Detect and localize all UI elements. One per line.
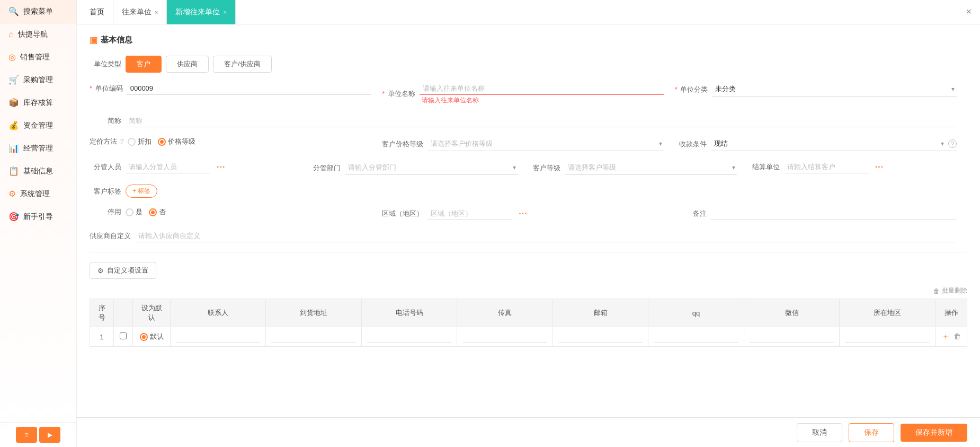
email-input[interactable] xyxy=(558,330,643,343)
save-new-button[interactable]: 保存并新增 xyxy=(901,424,967,442)
search-icon: 🔍 xyxy=(8,6,19,16)
th-wechat: 微信 xyxy=(744,299,839,327)
sales-icon: ◎ xyxy=(8,52,16,62)
row-default-radio[interactable]: 默认 xyxy=(138,332,165,341)
custom-settings-btn[interactable]: ⚙ 自定义项设置 xyxy=(90,262,156,279)
customer-level-placeholder: 请选择客户等级 xyxy=(565,161,732,174)
form-footer: 取消 保存 保存并新增 xyxy=(77,417,980,447)
customer-price-level-field: 客户价格等级 请选择客户价格等级 ▾ xyxy=(382,137,674,151)
pricing-question-icon[interactable]: ? xyxy=(120,138,124,145)
manager-input[interactable] xyxy=(126,161,210,173)
tab-partners-close[interactable]: × xyxy=(155,9,158,15)
sidebar-label: 经营管理 xyxy=(23,144,53,153)
cancel-button[interactable]: 取消 xyxy=(797,423,842,442)
tab-home[interactable]: 首页 xyxy=(81,0,113,24)
row-checkbox-input[interactable] xyxy=(120,332,127,339)
address-input[interactable] xyxy=(271,330,355,343)
add-row-icon[interactable]: ＋ xyxy=(942,332,949,341)
row-phone[interactable] xyxy=(361,327,457,347)
sidebar-item-basic-info[interactable]: 📋 基础信息 xyxy=(0,160,76,182)
settlement-unit-dots-btn[interactable]: ··· xyxy=(873,162,886,172)
unit-category-select[interactable]: 未分类 ▾ xyxy=(712,82,957,97)
payment-terms-field: 收款条件 现结 ▾ ? xyxy=(675,137,967,151)
unit-name-error: 请输入往来单位名称 xyxy=(422,96,664,105)
radio-no xyxy=(149,208,157,216)
payment-terms-select[interactable]: 现结 ▾ ? xyxy=(711,137,957,151)
row-checkbox[interactable] xyxy=(114,327,133,347)
inventory-icon: 📦 xyxy=(8,98,19,108)
row-wechat[interactable] xyxy=(744,327,839,347)
region-field: 区域（地区） ··· xyxy=(382,207,674,220)
tab-new-partner[interactable]: 新增往来单位 × xyxy=(167,0,235,24)
disabled-region-row: 停用 是 否 区域（地区） ··· xyxy=(90,207,967,220)
section-divider xyxy=(90,252,967,252)
customer-price-level-select[interactable]: 请选择客户价格等级 ▾ xyxy=(427,137,664,151)
tab-new-partner-close[interactable]: × xyxy=(223,9,226,15)
add-tag-btn[interactable]: + 标签 xyxy=(126,185,157,198)
unit-code-input[interactable] xyxy=(127,82,372,95)
th-no: 序号 xyxy=(90,299,114,327)
unit-name-input[interactable] xyxy=(420,82,664,95)
region-input[interactable] xyxy=(427,207,512,220)
sidebar-item-quick-nav[interactable]: ⌂ 快捷导航 xyxy=(0,23,76,46)
fax-input[interactable] xyxy=(462,330,547,343)
unit-type-label: 单位类型 xyxy=(90,59,121,69)
pricing-level-option[interactable]: 价格等级 xyxy=(158,137,195,146)
batch-delete-btn[interactable]: 🗑 批量删除 xyxy=(933,286,967,295)
tab-partners[interactable]: 往来单位 × xyxy=(113,0,167,24)
type-btn-both[interactable]: 客户/供应商 xyxy=(213,56,272,73)
wechat-input[interactable] xyxy=(750,330,834,343)
contact-input[interactable] xyxy=(176,330,260,343)
sidebar-item-sales[interactable]: ◎ 销售管理 xyxy=(0,46,76,68)
customer-level-select[interactable]: 请选择客户等级 ▾ xyxy=(565,161,737,175)
payment-terms-question-icon[interactable]: ? xyxy=(948,139,957,148)
sidebar-label: 新手引导 xyxy=(23,212,53,222)
settings-gear-icon: ⚙ xyxy=(97,267,104,275)
row-region[interactable] xyxy=(840,327,936,347)
batch-delete-label: 批量删除 xyxy=(942,286,967,295)
remark-input[interactable] xyxy=(711,207,957,220)
pricing-row: 定价方法 ? 折扣 价格等级 客户价格等级 xyxy=(90,137,967,151)
row-action: ＋ 🗑 xyxy=(936,327,967,347)
remark-label: 备注 xyxy=(675,209,707,218)
type-btn-customer[interactable]: 客户 xyxy=(126,56,162,73)
delete-row-icon[interactable]: 🗑 xyxy=(954,332,961,341)
qq-input[interactable] xyxy=(654,330,738,343)
sidebar-item-inventory[interactable]: 📦 库存核算 xyxy=(0,91,76,114)
tab-partners-label: 往来单位 xyxy=(122,7,152,17)
home-icon: ⌂ xyxy=(8,30,14,39)
phone-input[interactable] xyxy=(367,330,451,343)
manager-dots-btn[interactable]: ··· xyxy=(215,162,227,172)
pricing-discount-option[interactable]: 折扣 xyxy=(128,137,152,146)
row-fax[interactable] xyxy=(457,327,553,347)
sidebar-collapse-btn[interactable]: ≡ xyxy=(16,427,37,443)
short-name-field: 简称 xyxy=(90,115,967,127)
type-btn-supplier[interactable]: 供应商 xyxy=(166,56,209,73)
region-dots-btn[interactable]: ··· xyxy=(516,209,529,218)
supplier-custom-row: 供应商自定义 xyxy=(90,230,967,242)
row-region-input[interactable] xyxy=(845,330,930,343)
short-name-input[interactable] xyxy=(126,115,957,127)
save-button[interactable]: 保存 xyxy=(849,423,894,442)
row-contact[interactable] xyxy=(170,327,265,347)
sidebar-item-system[interactable]: ⚙ 系统管理 xyxy=(0,182,76,205)
row-qq[interactable] xyxy=(648,327,744,347)
settlement-unit-input[interactable] xyxy=(784,161,869,173)
manager-label: 分管人员 xyxy=(90,162,121,172)
sidebar-item-guide[interactable]: 🎯 新手引导 xyxy=(0,205,76,228)
tabs-close-all[interactable]: × xyxy=(961,6,976,17)
sidebar: 🔍 搜索菜单 ⌂ 快捷导航 ◎ 销售管理 🛒 采购管理 📦 库存核算 💰 资金管… xyxy=(0,0,77,447)
unit-name-input-wrap: 请输入往来单位名称 xyxy=(420,82,664,105)
department-select[interactable]: 请输入分管部门 ▾ xyxy=(345,161,518,175)
department-label: 分管部门 xyxy=(309,163,341,173)
row-address[interactable] xyxy=(266,327,361,347)
supplier-custom-input[interactable] xyxy=(135,230,957,242)
sidebar-item-finance[interactable]: 💰 资金管理 xyxy=(0,114,76,137)
sidebar-expand-btn[interactable]: ▶ xyxy=(39,427,60,443)
row-email[interactable] xyxy=(553,327,648,347)
sidebar-item-purchase[interactable]: 🛒 采购管理 xyxy=(0,68,76,91)
sidebar-item-search[interactable]: 🔍 搜索菜单 xyxy=(0,0,76,23)
disabled-yes-option[interactable]: 是 xyxy=(126,207,142,217)
sidebar-item-operations[interactable]: 📊 经营管理 xyxy=(0,137,76,160)
disabled-no-option[interactable]: 否 xyxy=(149,207,166,217)
